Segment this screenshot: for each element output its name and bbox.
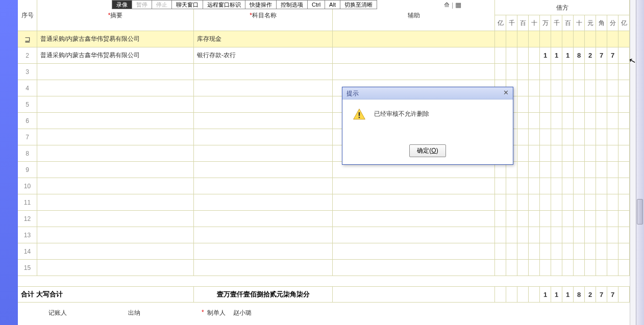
row-summary[interactable]	[37, 64, 194, 80]
row-subject[interactable]	[194, 260, 333, 276]
table-row[interactable]: ⊒普通采购/内蒙古鑫华伟贸易有限公司库存现金	[18, 31, 630, 47]
row-subject[interactable]: 银行存款-农行	[194, 47, 333, 63]
debit-digit	[495, 64, 506, 80]
debit-digit	[506, 211, 517, 227]
row-debit[interactable]	[495, 211, 630, 227]
table-row[interactable]: 4	[18, 80, 630, 96]
stop-button[interactable]: 停止	[152, 0, 172, 9]
row-summary[interactable]	[37, 243, 194, 259]
row-aux[interactable]	[333, 211, 495, 227]
row-subject[interactable]	[194, 227, 333, 243]
row-summary[interactable]	[37, 129, 194, 145]
row-debit[interactable]	[495, 64, 630, 80]
row-summary[interactable]	[37, 113, 194, 129]
row-subject[interactable]	[194, 64, 333, 80]
table-row[interactable]: 2普通采购/内蒙古鑫华伟贸易有限公司银行存款-农行1118277	[18, 47, 630, 64]
row-debit[interactable]	[495, 243, 630, 259]
row-debit[interactable]	[495, 178, 630, 194]
chat-window-button[interactable]: 聊天窗口	[171, 0, 203, 9]
table-row[interactable]: 5	[18, 96, 630, 113]
quick-action-button[interactable]: 快捷操作	[245, 0, 277, 9]
qr-icon[interactable]: ▦	[455, 1, 461, 9]
row-subject[interactable]	[194, 162, 333, 178]
row-subject[interactable]	[194, 80, 333, 96]
row-summary[interactable]	[37, 178, 194, 194]
ctrl-button[interactable]: Ctrl	[307, 0, 325, 9]
debit-digit	[551, 129, 562, 145]
row-aux[interactable]	[333, 227, 495, 243]
row-summary[interactable]: 普通采购/内蒙古鑫华伟贸易有限公司	[37, 31, 194, 47]
row-subject[interactable]	[194, 211, 333, 227]
close-icon[interactable]: ✕	[502, 89, 510, 97]
row-debit[interactable]	[495, 80, 630, 96]
row-aux[interactable]	[333, 47, 495, 63]
debit-digit	[596, 145, 607, 161]
row-aux[interactable]	[333, 243, 495, 259]
row-subject[interactable]	[194, 113, 333, 129]
row-summary[interactable]	[37, 80, 194, 96]
row-summary[interactable]	[37, 145, 194, 161]
debit-digit	[562, 227, 574, 243]
switch-hd-button[interactable]: 切换至清晰	[340, 0, 377, 9]
table-row[interactable]: 11	[18, 194, 630, 211]
row-subject[interactable]	[194, 129, 333, 145]
debit-digit: 8	[574, 47, 585, 63]
debit-digit	[562, 194, 574, 210]
table-row[interactable]: 15	[18, 260, 630, 276]
window-scrollbar[interactable]	[636, 0, 644, 325]
row-debit[interactable]	[495, 260, 630, 276]
chevron-icon[interactable]: ⟰	[444, 1, 450, 9]
table-row[interactable]: 8	[18, 145, 630, 162]
row-subject[interactable]: 库存现金	[194, 31, 333, 47]
table-row[interactable]: 13	[18, 227, 630, 243]
table-row[interactable]: 14	[18, 243, 630, 260]
row-subject[interactable]	[194, 178, 333, 194]
remote-window-id-button[interactable]: 远程窗口标识	[203, 0, 245, 9]
row-debit[interactable]: 1118277	[495, 47, 630, 63]
record-button[interactable]: 录像	[112, 0, 132, 9]
table-row[interactable]: 10	[18, 178, 630, 194]
row-aux[interactable]	[333, 260, 495, 276]
row-debit[interactable]	[495, 96, 630, 112]
row-debit[interactable]	[495, 227, 630, 243]
row-aux[interactable]	[333, 194, 495, 210]
row-debit[interactable]	[495, 129, 630, 145]
row-summary[interactable]	[37, 260, 194, 276]
row-aux[interactable]	[333, 31, 495, 47]
ok-button[interactable]: 确定(O)	[409, 144, 445, 157]
debit-digit	[585, 80, 596, 96]
alert-dialog: 提示 ✕ 已经审核不允许删除 确定(O)	[342, 87, 513, 165]
row-debit[interactable]	[495, 113, 630, 129]
row-debit[interactable]	[495, 31, 630, 47]
debit-digit	[529, 96, 540, 112]
debit-digit	[607, 227, 618, 243]
table-row[interactable]: 3	[18, 64, 630, 80]
row-summary[interactable]	[37, 162, 194, 178]
totals-debit-digit: 2	[585, 287, 596, 302]
inner-scrollbar[interactable]	[630, 0, 636, 325]
row-aux[interactable]	[333, 64, 495, 80]
table-row[interactable]: 6	[18, 113, 630, 129]
row-debit[interactable]	[495, 162, 630, 178]
row-subject[interactable]	[194, 145, 333, 161]
table-row[interactable]: 12	[18, 211, 630, 227]
row-summary[interactable]	[37, 96, 194, 112]
row-subject[interactable]	[194, 243, 333, 259]
row-summary[interactable]	[37, 227, 194, 243]
row-subject[interactable]	[194, 194, 333, 210]
row-summary[interactable]	[37, 194, 194, 210]
row-summary[interactable]: 普通采购/内蒙古鑫华伟贸易有限公司	[37, 47, 194, 63]
row-debit[interactable]	[495, 145, 630, 161]
scroll-thumb[interactable]	[637, 199, 643, 224]
row-subject[interactable]	[194, 96, 333, 112]
table-row[interactable]: 9	[18, 162, 630, 178]
table-row[interactable]: 7	[18, 129, 630, 145]
row-summary[interactable]	[37, 211, 194, 227]
control-options-button[interactable]: 控制选项	[276, 0, 308, 9]
alt-button[interactable]: Alt	[325, 0, 340, 9]
row-debit[interactable]	[495, 194, 630, 210]
debit-digit	[517, 31, 529, 47]
debit-digit	[529, 64, 540, 80]
pause-button[interactable]: 暂停	[132, 0, 152, 9]
row-aux[interactable]	[333, 178, 495, 194]
